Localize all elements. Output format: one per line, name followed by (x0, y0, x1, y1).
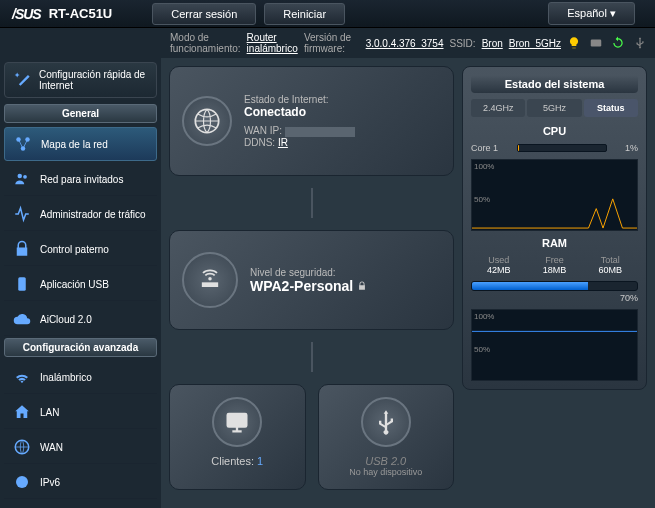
svg-point-8 (16, 476, 28, 488)
usb-status: No hay dispositivo (331, 467, 442, 477)
brand-logo: /SUS (12, 6, 41, 22)
security-card[interactable]: Nivel de seguridad: WPA2-Personal (169, 230, 454, 330)
ipv6-icon (12, 472, 32, 492)
ram-title: RAM (471, 237, 638, 249)
ram-meter (471, 281, 638, 291)
usb-plug-icon (361, 397, 411, 447)
tab-5ghz[interactable]: 5GHz (527, 99, 581, 117)
lock-icon (12, 239, 32, 259)
ram-total: Total60MB (598, 255, 622, 275)
cpu-graph: 100% 50% (471, 159, 638, 231)
ram-free: Free18MB (543, 255, 567, 275)
language-select[interactable]: Español ▾ (548, 2, 635, 25)
security-value: WPA2-Personal (250, 278, 367, 294)
ssid2-link[interactable]: Bron_5GHz (509, 38, 561, 49)
ram-percent: 70% (471, 293, 638, 303)
nav-lan[interactable]: LAN (4, 396, 157, 429)
svg-rect-6 (18, 277, 26, 291)
ram-used: Used42MB (487, 255, 511, 275)
monitor-icon (212, 397, 262, 447)
system-status-panel: Estado del sistema 2.4GHz 5GHz Status CP… (462, 66, 647, 390)
advanced-section: Configuración avanzada (4, 338, 157, 357)
nav-wireless[interactable]: Inalámbrico (4, 361, 157, 394)
network-icon (13, 134, 33, 154)
ram-graph: 100% 50% (471, 309, 638, 381)
usb-label: USB 2.0 (331, 455, 442, 467)
nav-wan[interactable]: WAN (4, 431, 157, 464)
nav-ipv6[interactable]: IPv6 (4, 466, 157, 499)
svg-point-10 (208, 277, 212, 281)
model-name: RT-AC51U (49, 6, 113, 21)
nav-network-map[interactable]: Mapa de la red (4, 127, 157, 161)
usb-icon[interactable] (633, 36, 647, 50)
cpu-title: CPU (471, 125, 638, 137)
refresh-icon[interactable] (611, 36, 625, 50)
wand-icon (13, 70, 33, 90)
ddns-link[interactable]: IR (278, 137, 288, 148)
nav-usb-app[interactable]: Aplicación USB (4, 268, 157, 301)
status-bar: Modo de funcionamiento: Router inalámbri… (0, 28, 655, 58)
tab-status[interactable]: Status (584, 99, 638, 117)
usb-icon (12, 274, 32, 294)
router-icon (182, 252, 238, 308)
security-label: Nivel de seguridad: (250, 267, 367, 278)
nav-parental-control[interactable]: Control paterno (4, 233, 157, 266)
svg-point-4 (18, 174, 23, 179)
lock-icon (357, 281, 367, 291)
svg-rect-11 (228, 414, 247, 427)
clients-card[interactable]: Clientes: 1 (169, 384, 306, 490)
reboot-button[interactable]: Reiniciar (264, 3, 345, 25)
general-section: General (4, 104, 157, 123)
globe-icon (182, 96, 232, 146)
firmware-link[interactable]: 3.0.0.4.376_3754 (366, 38, 444, 49)
internet-status-value: Conectado (244, 105, 355, 119)
wan-ip-label: WAN IP: (244, 125, 282, 136)
mode-link[interactable]: Router inalámbrico (247, 32, 298, 54)
wan-ip-value (285, 127, 355, 137)
system-status-title: Estado del sistema (471, 75, 638, 93)
clients-label: Clientes: 1 (182, 455, 293, 467)
tab-24ghz[interactable]: 2.4GHz (471, 99, 525, 117)
nav-traffic-manager[interactable]: Administrador de tráfico (4, 198, 157, 231)
quick-setup-button[interactable]: Configuración rápida de Internet (4, 62, 157, 98)
svg-rect-0 (591, 40, 602, 47)
bulb-icon[interactable] (567, 36, 581, 50)
wifi-icon (12, 367, 32, 387)
internet-status-label: Estado de Internet: (244, 94, 355, 105)
logout-button[interactable]: Cerrar sesión (152, 3, 256, 25)
nav-aicloud[interactable]: AiCloud 2.0 (4, 303, 157, 336)
cpu-percent: 1% (613, 143, 638, 153)
usb-card[interactable]: USB 2.0 No hay dispositivo (318, 384, 455, 490)
ddns-label: DDNS: (244, 137, 275, 148)
nav-guest-network[interactable]: Red para invitados (4, 163, 157, 196)
cloud-icon (12, 309, 32, 329)
internet-status-card[interactable]: Estado de Internet: Conectado WAN IP: DD… (169, 66, 454, 176)
cpu-core-label: Core 1 (471, 143, 511, 153)
globe-icon (12, 437, 32, 457)
guest-icon (12, 169, 32, 189)
nav-vpn[interactable]: VPN (4, 501, 157, 508)
ssid1-link[interactable]: Bron (482, 38, 503, 49)
home-icon (12, 402, 32, 422)
card-icon[interactable] (589, 36, 603, 50)
traffic-icon (12, 204, 32, 224)
svg-point-5 (23, 175, 27, 179)
cpu-meter (517, 144, 607, 152)
